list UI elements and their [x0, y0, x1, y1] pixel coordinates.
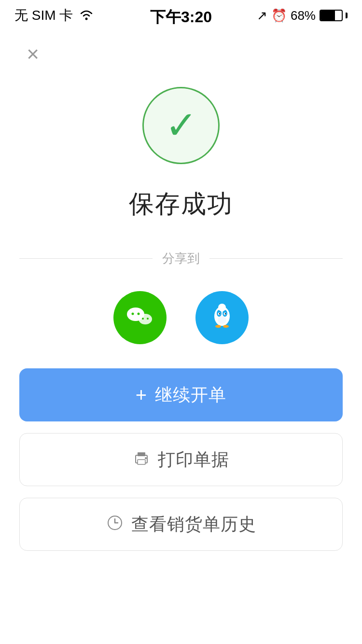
wifi-icon: [79, 10, 94, 21]
divider-left: [19, 258, 153, 259]
status-time: 下午3:20: [150, 7, 212, 28]
history-button[interactable]: 查看销货单历史: [19, 498, 343, 551]
svg-point-15: [218, 316, 226, 324]
svg-point-16: [215, 325, 221, 328]
close-button[interactable]: ×: [19, 41, 46, 68]
divider-right: [209, 258, 343, 259]
svg-point-13: [225, 313, 226, 314]
wechat-share-button[interactable]: [113, 291, 167, 344]
svg-point-5: [142, 318, 144, 320]
svg-point-4: [138, 313, 140, 315]
share-label: 分享到: [162, 250, 200, 267]
continue-button[interactable]: + 继续开单: [19, 368, 343, 421]
qq-icon: [205, 301, 239, 335]
checkmark-icon: ✓: [165, 106, 197, 145]
svg-point-17: [223, 325, 229, 328]
status-right: ↗ ⏰ 68%: [257, 8, 348, 23]
status-bar: 无 SIM 卡 下午3:20 ↗ ⏰ 68%: [0, 0, 362, 31]
svg-rect-20: [138, 452, 145, 456]
battery-percentage: 68%: [291, 8, 316, 23]
print-icon: [133, 449, 150, 470]
plus-icon: +: [136, 384, 147, 406]
history-label: 查看销货单历史: [131, 513, 256, 536]
share-divider: 分享到: [19, 250, 343, 267]
print-label: 打印单据: [158, 448, 229, 472]
svg-point-2: [139, 314, 152, 324]
wechat-icon: [123, 301, 157, 335]
status-left: 无 SIM 卡: [14, 6, 94, 25]
svg-point-12: [219, 313, 220, 314]
close-icon: ×: [27, 43, 39, 65]
svg-point-6: [147, 318, 149, 320]
carrier-text: 无 SIM 卡: [14, 6, 73, 25]
continue-label: 继续开单: [155, 383, 226, 407]
battery-indicator: [320, 10, 348, 21]
svg-point-18: [218, 304, 226, 311]
history-icon: [106, 514, 124, 534]
location-icon: ↗: [257, 8, 267, 23]
share-icons-row: [19, 291, 343, 344]
alarm-icon: ⏰: [271, 8, 287, 23]
print-button[interactable]: 打印单据: [19, 433, 343, 486]
success-title: 保存成功: [129, 187, 233, 221]
main-content: × ✓ 保存成功 分享到: [0, 31, 362, 551]
qq-share-button[interactable]: [195, 291, 249, 344]
close-button-area: ×: [0, 41, 362, 68]
share-section: 分享到: [0, 250, 362, 344]
success-circle: ✓: [142, 87, 220, 164]
svg-rect-21: [138, 460, 145, 464]
svg-point-3: [132, 313, 134, 315]
svg-point-22: [145, 457, 147, 459]
action-buttons: + 继续开单 打印单据 查看销货单历史: [0, 368, 362, 551]
svg-point-0: [85, 18, 88, 20]
